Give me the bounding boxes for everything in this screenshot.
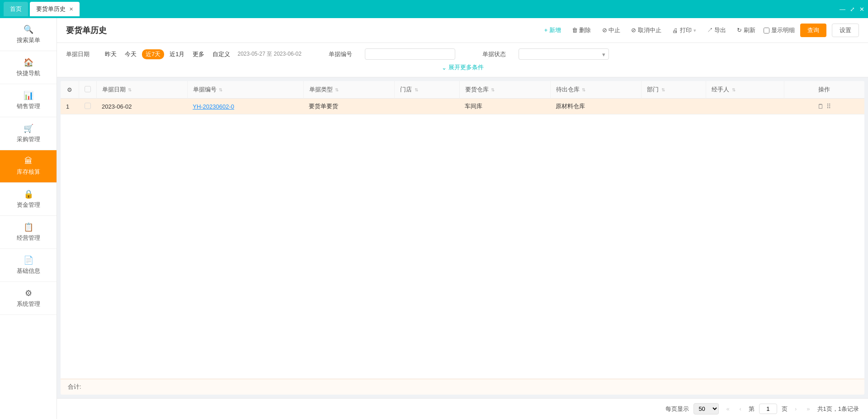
page-header: 要货单历史 + 新增 🗑 删除 ⊘ 中止 ⊘ 取消中止 🖨 🖨 打印 打印 ▾ … xyxy=(57,18,868,43)
chart-icon: 📊 xyxy=(24,90,33,100)
sidebar-item-sales[interactable]: 📊 销售管理 xyxy=(0,84,57,117)
sidebar-label-quicknav: 快捷导航 xyxy=(17,69,40,77)
td-req-warehouse: 车间库 xyxy=(459,99,550,114)
table-footer: 合计: xyxy=(61,379,864,395)
last-page-btn[interactable]: » xyxy=(804,405,812,413)
add-button[interactable]: + 新增 xyxy=(542,24,564,36)
date-option-1month[interactable]: 近1月 xyxy=(167,49,187,59)
td-op: 🗒 ⠿ xyxy=(784,99,864,114)
th-settings[interactable]: ⚙ xyxy=(61,81,79,99)
td-date: 2023-06-02 xyxy=(96,99,187,114)
td-pending-warehouse: 原材料仓库 xyxy=(550,99,641,114)
th-type[interactable]: 单据类型 ⇅ xyxy=(303,81,394,99)
main-content: 要货单历史 + 新增 🗑 删除 ⊘ 中止 ⊘ 取消中止 🖨 🖨 打印 打印 ▾ … xyxy=(57,18,868,419)
td-no[interactable]: YH-20230602-0 xyxy=(187,99,303,114)
tab-close-icon[interactable]: ✕ xyxy=(69,6,73,12)
date-range-display: 2023-05-27 至 2023-06-02 xyxy=(237,50,301,58)
order-no-input[interactable] xyxy=(365,48,455,60)
window-close-icon[interactable]: ✕ xyxy=(859,6,864,13)
op-icons: 🗒 ⠿ xyxy=(789,103,859,110)
th-pending-warehouse[interactable]: 待出仓库 ⇅ xyxy=(550,81,641,99)
display-detail-checkbox[interactable] xyxy=(764,28,769,33)
query-button[interactable]: 查询 xyxy=(800,24,826,37)
sidebar-item-finance[interactable]: 🔒 资金管理 xyxy=(0,183,57,216)
maximize-icon[interactable]: ⤢ xyxy=(850,6,855,13)
view-icon[interactable]: 🗒 xyxy=(817,103,824,110)
sum-label: 合计: xyxy=(68,383,81,391)
order-no-label: 单据编号 xyxy=(329,50,356,58)
tab-order-history-label: 要货单历史 xyxy=(36,5,66,13)
th-handler[interactable]: 经手人 ⇅ xyxy=(706,81,784,99)
next-page-btn[interactable]: › xyxy=(792,405,799,413)
lock-icon: 🔒 xyxy=(24,189,33,199)
tab-order-history[interactable]: 要货单历史 ✕ xyxy=(30,2,80,16)
order-no-link[interactable]: YH-20230602-0 xyxy=(193,103,234,110)
date-option-yesterday[interactable]: 昨天 xyxy=(102,49,119,59)
date-option-today[interactable]: 今天 xyxy=(122,49,139,59)
more-icon[interactable]: ⠿ xyxy=(826,103,831,110)
sidebar-item-search[interactable]: 🔍 搜索菜单 xyxy=(0,18,57,51)
stop-button[interactable]: ⊘ 中止 xyxy=(599,24,623,36)
filter-row-1: 单据日期 昨天 今天 近7天 近1月 更多 自定义 2023-05-27 至 2… xyxy=(66,48,859,60)
date-option-more[interactable]: 更多 xyxy=(190,49,207,59)
prev-page-btn[interactable]: ‹ xyxy=(737,405,744,413)
display-detail-toggle[interactable]: 显示明细 xyxy=(764,26,795,34)
date-option-custom[interactable]: 自定义 xyxy=(210,49,233,59)
page-label: 第 xyxy=(749,405,755,413)
expand-more-btn[interactable]: ⌄ 展开更多条件 xyxy=(66,63,859,71)
sidebar-item-purchase[interactable]: 🛒 采购管理 xyxy=(0,117,57,150)
per-page-select[interactable]: 50 10 20 100 xyxy=(693,403,719,414)
export-button[interactable]: ↗ 导出 xyxy=(704,24,729,36)
date-option-7days[interactable]: 近7天 xyxy=(142,49,164,59)
select-all-checkbox[interactable] xyxy=(85,86,91,92)
display-detail-label: 显示明细 xyxy=(771,26,795,34)
settings-button[interactable]: 设置 xyxy=(832,24,859,37)
sidebar-item-quicknav[interactable]: 🏠 快捷导航 xyxy=(0,51,57,84)
print-button[interactable]: 🖨 🖨 打印 打印 ▾ xyxy=(670,24,699,36)
sidebar-label-purchase: 采购管理 xyxy=(17,135,40,143)
th-no[interactable]: 单据编号 ⇅ xyxy=(187,81,303,99)
th-store[interactable]: 门店 ⇅ xyxy=(395,81,459,99)
page-title: 要货单历史 xyxy=(66,25,107,36)
first-page-btn[interactable]: « xyxy=(723,405,732,413)
doc-icon: 📄 xyxy=(24,255,33,265)
top-bar: 首页 要货单历史 ✕ — ⤢ ✕ xyxy=(0,0,868,18)
date-filter-label: 单据日期 xyxy=(66,50,93,58)
sidebar: 🔍 搜索菜单 🏠 快捷导航 📊 销售管理 🛒 采购管理 🏛 库存核算 🔒 资金管… xyxy=(0,18,57,419)
th-checkbox[interactable] xyxy=(79,81,96,99)
expand-more-label: 展开更多条件 xyxy=(448,63,484,71)
status-select[interactable] xyxy=(519,48,609,60)
sidebar-label-sales: 销售管理 xyxy=(17,102,40,110)
sidebar-item-operation[interactable]: 📋 经营管理 xyxy=(0,216,57,249)
sidebar-item-inventory[interactable]: 🏛 库存核算 xyxy=(0,150,57,183)
tab-home[interactable]: 首页 xyxy=(4,2,28,16)
cancel-stop-button[interactable]: ⊘ 取消中止 xyxy=(628,24,664,36)
th-req-warehouse[interactable]: 要货仓库 ⇅ xyxy=(459,81,550,99)
td-type: 要货单要货 xyxy=(303,99,394,114)
sidebar-item-system[interactable]: ⚙ 系统管理 xyxy=(0,282,57,315)
th-date[interactable]: 单据日期 ⇅ xyxy=(96,81,187,99)
delete-button[interactable]: 🗑 删除 xyxy=(569,24,594,36)
data-table: ⚙ 单据日期 ⇅ 单据编号 ⇅ 单据类型 ⇅ 门店 ⇅ 要货仓库 ⇅ 待出仓库 … xyxy=(61,81,864,114)
sidebar-label-basicinfo: 基础信息 xyxy=(17,267,40,275)
td-index: 1 xyxy=(61,99,79,114)
chevron-down-icon: ⌄ xyxy=(442,64,447,71)
gear-icon: ⚙ xyxy=(25,288,32,298)
page-input[interactable] xyxy=(759,404,777,414)
date-options: 昨天 今天 近7天 近1月 更多 自定义 2023-05-27 至 2023-0… xyxy=(102,49,302,59)
row-checkbox[interactable] xyxy=(85,103,91,109)
sidebar-item-basicinfo[interactable]: 📄 基础信息 xyxy=(0,249,57,282)
status-label: 单据状态 xyxy=(482,50,509,58)
th-op: 操作 xyxy=(784,81,864,99)
tab-home-label: 首页 xyxy=(10,5,22,13)
table-row: 1 2023-06-02 YH-20230602-0 要货单要货 车间库 原材料… xyxy=(61,99,864,114)
table-area: ⚙ 单据日期 ⇅ 单据编号 ⇅ 单据类型 ⇅ 门店 ⇅ 要货仓库 ⇅ 待出仓库 … xyxy=(61,81,864,395)
print-icon: 🖨 xyxy=(672,27,678,34)
total-info: 共1页，1条记录 xyxy=(817,405,859,413)
th-dept[interactable]: 部门 ⇅ xyxy=(641,81,706,99)
home-icon: 🏠 xyxy=(24,57,33,67)
refresh-button[interactable]: ↻ 刷新 xyxy=(734,24,758,36)
td-store xyxy=(395,99,459,114)
minimize-icon[interactable]: — xyxy=(840,6,845,13)
td-checkbox[interactable] xyxy=(79,99,96,114)
